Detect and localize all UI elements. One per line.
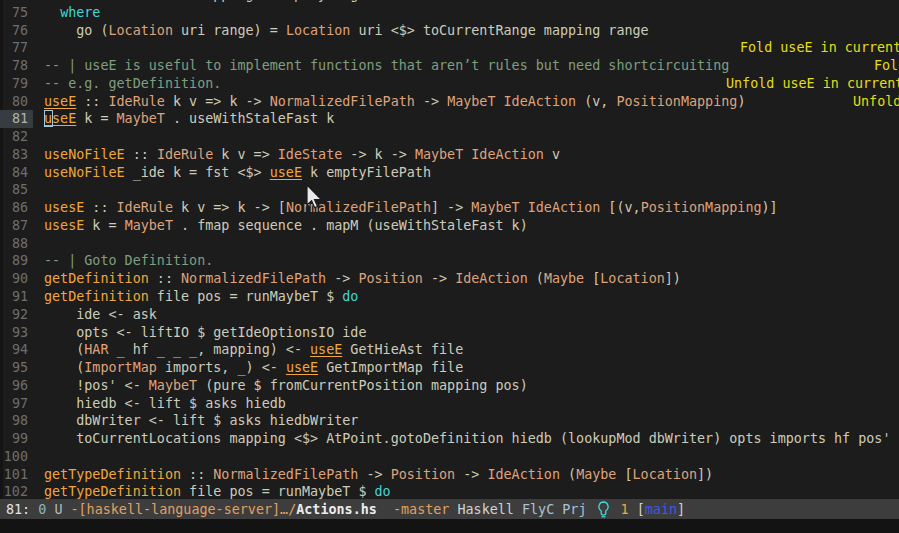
line-number: 97	[0, 395, 33, 413]
line-number: 86	[0, 199, 33, 217]
code-line[interactable]: 95 (ImportMap imports, _) <- useE GetImp…	[0, 359, 899, 377]
mode-line: 81: 0 U -[haskell-language-server]…/Acti…	[0, 499, 899, 519]
lightbulb-icon	[597, 501, 610, 518]
line-number: 98	[0, 412, 33, 430]
code-line[interactable]: 86usesE :: IdeRule k v => k -> [Normaliz…	[0, 199, 899, 217]
line-number: 99	[0, 430, 33, 448]
code-line[interactable]: 82	[0, 128, 899, 146]
code-text: go (Location uri range) = Location uri <…	[44, 22, 649, 40]
code-line[interactable]: 94 (HAR _ hf _ _ _, mapping) <- useE Get…	[0, 341, 899, 359]
modeline-segment: Actions.hs	[296, 502, 377, 517]
code-action-sideline[interactable]: Fold useE in current	[740, 39, 899, 57]
code-line[interactable]: 93 opts <- liftIO $ getIdeOptionsIO ide	[0, 324, 899, 342]
code-text: getDefinition file pos = runMaybeT $ do	[44, 288, 358, 306]
line-number: 75	[0, 4, 33, 22]
modeline-segment: Haskell	[449, 502, 514, 517]
modeline-segment: 0	[38, 502, 54, 517]
line-number: 79	[0, 75, 33, 93]
code-line[interactable]: 97 hiedb <- lift $ asks hiedb	[0, 395, 899, 413]
line-number: 96	[0, 377, 33, 395]
code-editor[interactable]: 74toCurrentLocations mapping = mapMaybe …	[0, 0, 899, 499]
line-number: 76	[0, 22, 33, 40]
code-text: -- | Goto Definition.	[44, 252, 213, 270]
line-number: 81	[0, 110, 33, 128]
code-line[interactable]: 85	[0, 181, 899, 199]
code-text: !pos' <- MaybeT (pure $ fromCurrentPosit…	[44, 377, 528, 395]
modeline-segment: 1	[613, 502, 629, 517]
line-number: 84	[0, 164, 33, 182]
text-cursor	[44, 110, 53, 127]
modeline-segment: -master	[377, 502, 450, 517]
code-line[interactable]: 89-- | Goto Definition.	[0, 252, 899, 270]
modeline-segment: 81:	[6, 502, 38, 517]
line-number: 77	[0, 39, 33, 57]
code-text: getTypeDefinition file pos = runMaybeT $…	[44, 483, 391, 499]
code-text: useE :: IdeRule k v => k -> NormalizedFi…	[44, 93, 745, 111]
code-line[interactable]: 92 ide <- ask	[0, 306, 899, 324]
code-line[interactable]: 78-- | useE is useful to implement funct…	[0, 57, 899, 75]
modeline-segment: U	[54, 502, 70, 517]
code-line[interactable]: 100	[0, 448, 899, 466]
code-text: where	[44, 4, 100, 22]
line-number: 101	[0, 466, 33, 484]
code-action-sideline[interactable]: Unfold useE in current	[726, 75, 899, 93]
modeline-segment: ]	[677, 502, 685, 517]
code-line[interactable]: 81useE k = MaybeT . useWithStaleFast k	[0, 110, 899, 128]
code-text: toCurrentLocations mapping <$> AtPoint.g…	[44, 430, 891, 448]
code-line[interactable]: 99 toCurrentLocations mapping <$> AtPoin…	[0, 430, 899, 448]
line-number: 88	[0, 235, 33, 253]
code-line[interactable]: 98 dbWriter <- lift $ asks hiedbWriter	[0, 412, 899, 430]
code-text: useNoFileE _ide k = fst <$> useE k empty…	[44, 164, 431, 182]
code-line[interactable]: 83useNoFileE :: IdeRule k v => IdeState …	[0, 146, 899, 164]
line-number: 83	[0, 146, 33, 164]
modeline-segment: …/	[280, 502, 296, 517]
modeline-segment: main	[645, 502, 677, 517]
minibuffer[interactable]	[0, 519, 899, 533]
code-line[interactable]: 91getDefinition file pos = runMaybeT $ d…	[0, 288, 899, 306]
line-number: 87	[0, 217, 33, 235]
line-number: 82	[0, 128, 33, 146]
code-line[interactable]: 102getTypeDefinition file pos = runMaybe…	[0, 483, 899, 499]
line-number: 100	[0, 448, 33, 466]
code-text: hiedb <- lift $ asks hiedb	[44, 395, 286, 413]
code-text: useE k = MaybeT . useWithStaleFast k	[44, 110, 334, 128]
code-text: useNoFileE :: IdeRule k v => IdeState ->…	[44, 146, 560, 164]
code-action-sideline[interactable]: Unfold	[853, 93, 899, 111]
line-number: 93	[0, 324, 33, 342]
code-text: usesE :: IdeRule k v => k -> [Normalized…	[44, 199, 778, 217]
line-number: 91	[0, 288, 33, 306]
code-line[interactable]: 88	[0, 235, 899, 253]
line-number: 92	[0, 306, 33, 324]
emacs-frame: 74toCurrentLocations mapping = mapMaybe …	[0, 0, 899, 533]
modeline-segment: -[haskell-language-server]	[71, 502, 281, 517]
code-text: usesE k = MaybeT . fmap sequence . mapM …	[44, 217, 528, 235]
line-number: 85	[0, 181, 33, 199]
code-action-sideline[interactable]: Fold	[874, 57, 899, 75]
line-number: 90	[0, 270, 33, 288]
code-line[interactable]: 76 go (Location uri range) = Location ur…	[0, 22, 899, 40]
code-text: (ImportMap imports, _) <- useE GetImport…	[44, 359, 463, 377]
modeline-segment: Prj	[554, 502, 594, 517]
code-text: -- | useE is useful to implement functio…	[44, 57, 729, 75]
line-number: 78	[0, 57, 33, 75]
code-line[interactable]: 90getDefinition :: NormalizedFilePath ->…	[0, 270, 899, 288]
code-line[interactable]: 87usesE k = MaybeT . fmap sequence . map…	[0, 217, 899, 235]
modeline-segment: FlyC	[514, 502, 554, 517]
line-number: 80	[0, 93, 33, 111]
code-text: getDefinition :: NormalizedFilePath -> P…	[44, 270, 681, 288]
code-text: getTypeDefinition :: NormalizedFilePath …	[44, 466, 713, 484]
code-line[interactable]: 84useNoFileE _ide k = fst <$> useE k emp…	[0, 164, 899, 182]
code-text: dbWriter <- lift $ asks hiedbWriter	[44, 412, 358, 430]
modeline-segment: [	[629, 502, 645, 517]
code-line[interactable]: 75 where	[0, 4, 899, 22]
code-line[interactable]: 101getTypeDefinition :: NormalizedFilePa…	[0, 466, 899, 484]
code-text: opts <- liftIO $ getIdeOptionsIO ide	[44, 324, 366, 342]
line-number: 95	[0, 359, 33, 377]
line-number: 94	[0, 341, 33, 359]
code-text: ide <- ask	[44, 306, 157, 324]
code-line[interactable]: 96 !pos' <- MaybeT (pure $ fromCurrentPo…	[0, 377, 899, 395]
code-text: -- e.g. getDefinition.	[44, 75, 221, 93]
code-line[interactable]: 80useE :: IdeRule k v => k -> Normalized…	[0, 93, 899, 111]
code-text: (HAR _ hf _ _ _, mapping) <- useE GetHie…	[44, 341, 463, 359]
line-number: 89	[0, 252, 33, 270]
